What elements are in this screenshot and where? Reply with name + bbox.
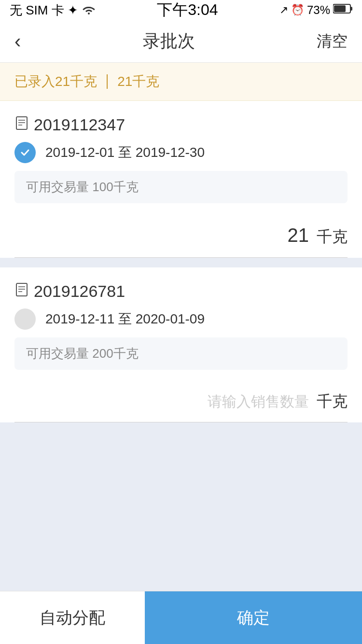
batch-checkbox-1[interactable] [14,142,36,163]
qty-value-1: 21 [288,224,309,246]
battery-icon [333,3,352,17]
confirm-button[interactable]: 确定 [145,591,362,644]
batch-doc-icon-2 [14,282,29,300]
batch-item-1[interactable]: 2019112347 2019-12-01 至 2019-12-30 可用交易量… [0,101,362,203]
batch-date-1: 2019-12-01 至 2019-12-30 [45,143,205,162]
wifi-icon [82,3,96,18]
available-qty-1: 可用交易量 100千克 [14,171,348,203]
qty-placeholder-2: 请输入销售数量 [208,392,309,412]
batch-card-2: 2019126781 2019-12-11 至 2020-01-09 可用交易量… [0,267,362,422]
svg-rect-1 [350,7,352,11]
svg-rect-3 [16,117,27,129]
batch-item-2[interactable]: 2019126781 2019-12-11 至 2020-01-09 可用交易量… [0,267,362,370]
page-title: 录批次 [143,29,195,53]
svg-rect-7 [16,283,27,296]
batch-checkbox-2[interactable] [14,308,36,330]
empty-area [0,422,362,616]
back-button[interactable]: ‹ [14,30,21,52]
nav-bar: ‹ 录批次 清空 [0,20,362,63]
bottom-bar: 自动分配 确定 [0,591,362,644]
batch-header-1: 2019112347 [14,115,348,134]
batch-card-1: 2019112347 2019-12-01 至 2019-12-30 可用交易量… [0,101,362,258]
svg-rect-2 [334,5,346,12]
qty-unit-2: 千克 [317,391,348,412]
summary-bar: 已录入21千克 21千克 [0,63,362,101]
available-qty-2: 可用交易量 200千克 [14,337,348,370]
section-divider [0,258,362,267]
clear-button[interactable]: 清空 [317,31,348,52]
battery-percent: 73% [307,3,330,17]
batch-check-row-1[interactable]: 2019-12-01 至 2019-12-30 [14,142,348,163]
summary-amount: 21千克 [117,72,159,91]
status-left: 无 SIM 卡 ✦ [10,2,96,19]
alarm-icon: ⏰ [291,4,304,16]
summary-divider [107,74,108,89]
status-bar: 无 SIM 卡 ✦ 下午3:04 ↗ ⏰ 73% [0,0,362,20]
batch-date-2: 2019-12-11 至 2020-01-09 [45,310,205,328]
status-right: ↗ ⏰ 73% [279,3,352,17]
recorded-label: 已录入21千克 [14,72,97,91]
qty-unit-1: 千克 [317,226,348,248]
batch-doc-icon-1 [14,116,29,134]
qty-row-1: 21 千克 [0,215,362,257]
batch-id-2: 2019126781 [34,282,125,301]
batch-id-1: 2019112347 [34,115,125,134]
batch-header-2: 2019126781 [14,282,348,301]
qty-row-2: 请输入销售数量 千克 [0,381,362,422]
no-sim-label: 无 SIM 卡 ✦ [10,2,78,19]
batch-check-row-2[interactable]: 2019-12-11 至 2020-01-09 [14,308,348,330]
auto-distribute-button[interactable]: 自动分配 [0,591,145,644]
location-icon: ↗ [279,4,288,16]
status-time: 下午3:04 [157,0,218,21]
